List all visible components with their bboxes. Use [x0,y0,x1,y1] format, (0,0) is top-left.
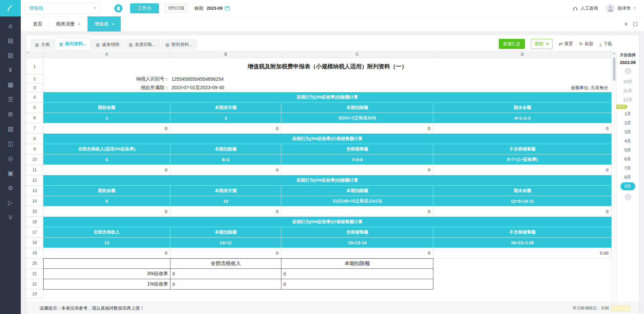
row-number[interactable]: 9 [26,144,43,154]
info-label-cell[interactable]: 税款所属期： [43,83,170,92]
month-item-10月[interactable]: 10月 [621,77,635,86]
workbench-button[interactable]: 工作台 [130,3,159,13]
inventory-icon[interactable]: ◫ [0,136,21,151]
value-cell[interactable]: 0 [43,248,170,258]
corner-cell[interactable] [26,51,43,58]
row-number[interactable]: 10 [26,154,43,165]
tab-close-icon[interactable]: × [78,21,80,27]
row-number[interactable]: 13 [26,186,43,196]
row-number[interactable]: 11 [26,165,43,175]
nav-tab-2[interactable]: 增值税× [88,16,121,32]
header-cell[interactable]: 12=9+10-11 [433,196,611,206]
header-cell[interactable]: 含税销售额 [281,227,433,238]
header-cell[interactable]: 期初余额 [43,103,170,113]
funds-icon[interactable]: ¥ [0,63,21,77]
value-cell[interactable]: 0 [281,165,433,175]
value-cell[interactable]: 0 [43,165,170,175]
row-number[interactable]: 5 [26,103,43,113]
row-number[interactable]: 1 [26,58,43,75]
username[interactable]: 徐泽华 [618,5,631,11]
sheet-tab-4[interactable]: ▦附列资料... [161,40,197,50]
row-number[interactable]: 16 [26,217,43,227]
header-cell[interactable]: 不含税销售额 [433,144,611,154]
section-header-cell[interactable]: 应税行为(3%征收率)扣除额计算 [43,92,611,103]
sheet-title-cell[interactable]: 增值税及附加税费申报表（小规模纳税人适用）附列资料（一） [43,58,611,75]
month-item-1月[interactable]: 1月 [621,109,635,118]
month-item-4月[interactable]: 4月 [621,136,635,145]
checkout-icon[interactable]: ▣ [0,166,21,181]
column-header-D[interactable]: D [433,51,611,58]
header-cell[interactable]: 15=13-14 [281,238,433,248]
column-header-B[interactable]: B [170,51,281,58]
assets-icon[interactable]: ▧ [0,122,21,136]
box-header-cell[interactable]: 全部含税收入 [170,258,281,269]
header-cell[interactable]: 期初余额 [43,186,170,196]
invoice-summary-button[interactable]: 发票汇总 [499,39,525,49]
home-icon[interactable]: ⌂ [0,18,21,33]
avatar[interactable] [606,4,615,13]
header-cell[interactable]: 3(3≤1+2之和且3≤5) [281,113,433,123]
header-cell[interactable]: 13 [43,238,170,248]
header-cell[interactable]: 11(11≤9+10之和且11≤13) [281,196,433,206]
value-cell[interactable]: 0 [170,165,281,175]
info-note-cell[interactable]: 金额单位: 元至角分 [433,83,611,92]
row-number[interactable]: 15 [26,206,43,217]
report-circle-icon[interactable] [114,4,123,13]
month-item-12月[interactable]: 12月 [621,95,635,104]
v-logo-icon[interactable]: V [0,210,21,225]
value-cell[interactable]: 0 [170,248,281,258]
box-header-cell[interactable]: 本期扣除额 [281,258,433,269]
box-cell[interactable] [43,258,170,269]
value-cell[interactable]: 0 [43,123,170,134]
service-icon[interactable]: ◎ [0,151,21,166]
scrollbar-thumb[interactable] [613,57,615,81]
row-number[interactable]: 3 [26,83,43,92]
month-item-5月[interactable]: 5月 [621,145,635,154]
header-cell[interactable]: 期末余额 [433,186,611,196]
row-number[interactable]: 17 [26,227,43,238]
tutorial-icon[interactable]: ▷ [0,195,21,210]
nav-tab-0[interactable]: 首页 [26,16,49,32]
header-cell[interactable]: 10 [170,196,281,206]
row-number[interactable]: 2 [26,75,43,83]
info-value-cell[interactable]: 12554585554554656254 [170,75,433,83]
box-label-cell[interactable]: 1%征收率 [43,279,170,290]
header-cell[interactable]: 本期扣除额 [281,186,433,196]
info-note-cell[interactable] [433,75,611,83]
sheet-tab-3[interactable]: ▦发票归集... [125,40,160,50]
chevron-down-icon[interactable] [633,7,636,9]
header-cell[interactable]: 含税销售额 [281,144,433,154]
box-value-cell[interactable]: 0 [281,269,433,279]
value-cell[interactable]: 0 [281,248,433,258]
header-cell[interactable]: 不含税销售额 [433,227,611,238]
settings-icon[interactable]: ⚙ [0,181,21,195]
row-number[interactable]: 7 [26,123,43,134]
initial-button[interactable]: 期初 [531,39,553,49]
value-cell[interactable]: 0 [433,206,611,217]
month-item-8月[interactable]: 8月 [621,173,635,182]
vertical-scrollbar[interactable]: » [611,51,616,302]
refresh-button[interactable]: ↻ 刷新 [579,41,593,47]
calendar-icon[interactable] [225,6,230,11]
close-all-icon[interactable]: × [624,20,628,28]
download-button[interactable]: ↓ 下载 [599,41,612,47]
column-header-A[interactable]: A [43,51,170,58]
row-number[interactable]: 19 [26,248,43,258]
box-value-cell[interactable]: 0 [281,279,433,290]
header-cell[interactable]: 6=3 [170,154,281,165]
reports-icon[interactable]: ▥ [0,48,21,63]
box-value-cell[interactable]: 0 [170,279,281,290]
row-number[interactable]: 4 [26,92,43,103]
invoice-icon[interactable]: ▦ [0,77,21,92]
switch-daily-button[interactable]: 切到日报 [164,4,188,13]
header-cell[interactable]: 全部含税收入 [43,227,170,238]
month-item-9月[interactable]: 9月 [621,182,635,190]
row-number[interactable]: 22 [26,279,43,290]
tax-icon[interactable]: ☰ [0,92,21,107]
section-header-cell[interactable]: 应税行为(5%征收率)计税销售额计算 [43,217,611,227]
nav-tab-1[interactable]: 税表清册× [49,16,88,32]
salary-icon[interactable]: ⊞ [0,107,21,122]
header-cell[interactable]: 本期发生额 [170,186,281,196]
scroll-up-icon[interactable]: ∧ [625,68,631,74]
box-value-cell[interactable]: 0 [170,269,281,279]
